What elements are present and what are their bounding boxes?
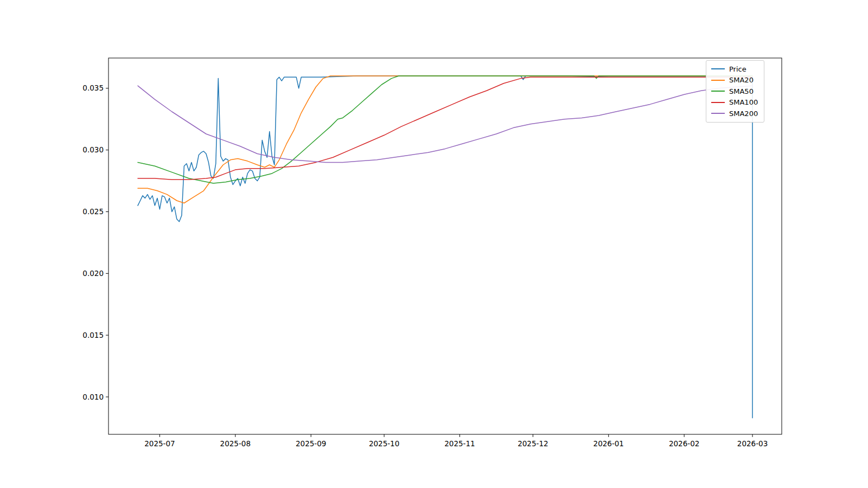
y-tick-label: 0.015 (82, 331, 104, 339)
legend-item-sma50: SMA50 (711, 86, 760, 97)
x-tick-label: 2025-10 (369, 439, 399, 448)
x-tick-label: 2025-11 (444, 439, 475, 448)
legend-swatch-sma20 (711, 80, 725, 81)
y-tick-label: 0.035 (82, 84, 104, 92)
legend-swatch-sma200 (711, 113, 725, 114)
series-line-sma50 (138, 76, 752, 183)
y-tick-label: 0.020 (82, 269, 104, 278)
legend: Price SMA20 SMA50 SMA100 SMA200 (706, 60, 764, 123)
legend-swatch-price (711, 68, 725, 69)
legend-swatch-sma100 (711, 102, 725, 103)
series-line-sma20 (138, 76, 752, 203)
y-tick-label: 0.025 (82, 207, 104, 216)
legend-label-sma20: SMA20 (729, 76, 754, 84)
y-tick-label: 0.010 (82, 393, 104, 401)
legend-item-sma100: SMA100 (711, 97, 760, 108)
legend-swatch-sma50 (711, 91, 725, 92)
x-tick-label: 2026-02 (669, 439, 699, 448)
legend-item-price: Price (711, 63, 760, 75)
legend-label-sma100: SMA100 (729, 99, 758, 106)
legend-item-sma20: SMA20 (711, 75, 760, 86)
series-line-sma100 (138, 77, 752, 179)
x-tick-label: 2025-07 (144, 439, 175, 448)
chart-figure: 2025-072025-082025-092025-102025-112025-… (0, 0, 868, 488)
x-tick-label: 2026-01 (593, 439, 624, 448)
legend-item-sma200: SMA200 (711, 108, 760, 119)
y-tick-label: 0.030 (82, 145, 104, 154)
series-line-price (138, 76, 752, 418)
legend-label-sma200: SMA200 (729, 110, 758, 117)
x-tick-label: 2026-03 (737, 439, 768, 448)
legend-label-sma50: SMA50 (729, 88, 754, 95)
x-tick-label: 2025-09 (296, 439, 326, 448)
plot-area (108, 58, 782, 434)
series-line-sma200 (138, 86, 752, 162)
legend-label-price: Price (729, 66, 746, 73)
x-tick-label: 2025-12 (518, 439, 548, 448)
x-tick-label: 2025-08 (220, 439, 251, 448)
